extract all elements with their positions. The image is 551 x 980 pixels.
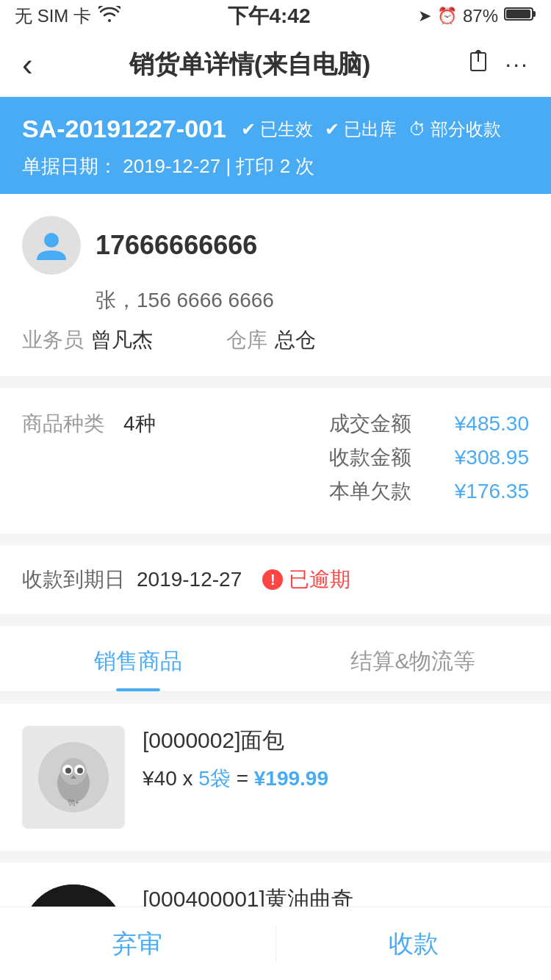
collect-button[interactable]: 收款 xyxy=(276,912,552,976)
overdue-text: 已逾期 xyxy=(289,566,350,594)
more-icon[interactable]: ··· xyxy=(505,51,529,78)
product-types-info: 商品种类 4种 xyxy=(22,410,156,438)
amounts-info: 成交金额 ¥485.30 收款金额 ¥308.95 本单欠款 ¥176.35 xyxy=(329,410,529,511)
customer-name-phone: 张，156 6666 6666 xyxy=(96,287,529,314)
battery-text: 87% xyxy=(463,6,498,26)
debt-amount-row: 本单欠款 ¥176.35 xyxy=(329,478,529,505)
overdue-badge: ! 已逾期 xyxy=(253,563,359,597)
payment-amount-row: 收款金额 ¥308.95 xyxy=(329,444,529,472)
carrier-text: 无 SIM 卡 xyxy=(15,4,91,28)
tab-settlement[interactable]: 结算&物流等 xyxy=(276,626,551,691)
warehouse-info: 仓库 总仓 xyxy=(226,326,316,354)
svg-point-5 xyxy=(44,233,59,248)
clock-icon: ⏱ xyxy=(408,119,426,140)
product-price-1: ¥40 x 5袋 = ¥199.99 xyxy=(143,765,529,793)
status-right: ➤ ⏰ 87% xyxy=(418,6,536,26)
share-icon[interactable] xyxy=(467,50,490,79)
summary-section: 商品种类 4种 成交金额 ¥485.30 收款金额 ¥308.95 本单欠款 ¥… xyxy=(0,388,551,533)
product-info-1: [0000002]面包 ¥40 x 5袋 = ¥199.99 xyxy=(143,726,529,793)
alarm-icon: ⏰ xyxy=(437,7,457,26)
product-thumbnail-1: 鸮+ xyxy=(22,726,125,829)
status-badge-partial: ⏱ 部分收款 xyxy=(408,118,501,141)
avatar xyxy=(22,216,81,275)
svg-text:鸮+: 鸮+ xyxy=(68,799,79,807)
status-bar: 无 SIM 卡 下午4:42 ➤ ⏰ 87% xyxy=(0,0,551,32)
customer-phone: 17666666666 xyxy=(96,230,257,261)
status-left: 无 SIM 卡 xyxy=(15,4,120,28)
customer-row: 17666666666 xyxy=(22,216,529,275)
wifi-icon xyxy=(98,6,120,26)
summary-row: 商品种类 4种 成交金额 ¥485.30 收款金额 ¥308.95 本单欠款 ¥… xyxy=(22,410,529,511)
status-badge-effective: ✔ 已生效 xyxy=(241,118,313,141)
tab-products[interactable]: 销售商品 xyxy=(0,626,276,691)
overdue-icon: ! xyxy=(262,569,283,590)
page-title: 销货单详情(来自电脑) xyxy=(129,48,371,82)
order-header: SA-20191227-001 ✔ 已生效 ✔ 已出库 ⏱ 部分收款 单据日期：… xyxy=(0,97,551,194)
check-icon-1: ✔ xyxy=(241,119,256,140)
battery-icon xyxy=(504,6,536,26)
customer-section: 17666666666 张，156 6666 6666 业务员 曾凡杰 仓库 总… xyxy=(0,194,551,376)
order-id: SA-20191227-001 xyxy=(22,115,226,143)
bottom-bar: 弃审 收款 xyxy=(0,907,551,980)
back-button[interactable]: ‹ xyxy=(22,46,33,83)
transaction-amount-row: 成交金额 ¥485.30 xyxy=(329,410,529,438)
product-tabs: 销售商品 结算&物流等 xyxy=(0,626,551,692)
tab-underline xyxy=(116,688,160,691)
status-badge-shipped: ✔ 已出库 xyxy=(325,118,397,141)
svg-rect-1 xyxy=(533,11,536,17)
nav-bar: ‹ 销货单详情(来自电脑) ··· xyxy=(0,32,551,97)
salesperson-info: 业务员 曾凡杰 xyxy=(22,326,153,354)
order-date-info: 单据日期： 2019-12-27 | 打印 2 次 xyxy=(22,154,529,179)
due-date-section: 收款到期日 2019-12-27 ! 已逾期 xyxy=(0,545,551,614)
cancel-review-button[interactable]: 弃审 xyxy=(0,912,276,976)
order-header-top: SA-20191227-001 ✔ 已生效 ✔ 已出库 ⏱ 部分收款 xyxy=(22,115,529,143)
svg-point-12 xyxy=(77,768,83,774)
nav-actions: ··· xyxy=(467,50,529,79)
customer-meta: 业务员 曾凡杰 仓库 总仓 xyxy=(22,326,529,354)
check-icon-2: ✔ xyxy=(325,119,339,140)
product-kinds: 商品种类 4种 xyxy=(22,410,156,438)
product-item: 鸮+ [0000002]面包 ¥40 x 5袋 = ¥199.99 xyxy=(0,704,551,851)
status-time: 下午4:42 xyxy=(228,2,310,30)
svg-point-11 xyxy=(65,768,71,774)
product-name-1: [0000002]面包 xyxy=(143,726,529,756)
svg-rect-2 xyxy=(506,10,530,18)
status-badges: ✔ 已生效 ✔ 已出库 ⏱ 部分收款 xyxy=(241,118,501,141)
location-icon: ➤ xyxy=(418,7,431,26)
